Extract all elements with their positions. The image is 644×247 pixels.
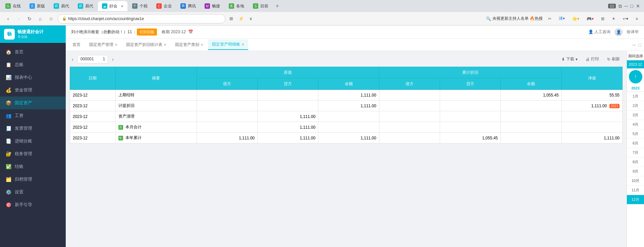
sidebar-item-sales[interactable]: 📑 进销台账: [0, 135, 66, 147]
tab-fixed-asset-mgmt[interactable]: 固定资产管理 ✕: [85, 40, 121, 50]
game-icon[interactable]: 🎮▾: [585, 16, 596, 22]
sun-icon[interactable]: ☀: [610, 16, 618, 22]
tab-geshui[interactable]: 个 个税: [128, 1, 152, 11]
tab-close-category[interactable]: ✕: [201, 43, 203, 47]
print-icon: 🖨: [586, 57, 590, 62]
close-window-btn[interactable]: ✕: [636, 3, 640, 9]
extensions-icon[interactable]: ⊞: [228, 15, 234, 22]
new-tab-button[interactable]: +: [273, 2, 281, 10]
tab-depreciation-stats[interactable]: 固定资产折旧统计表 ✕: [122, 40, 170, 50]
home-button[interactable]: ⌂: [36, 15, 44, 23]
tab-new[interactable]: 文 新版: [25, 1, 49, 11]
cell-orig-debit: [197, 90, 257, 101]
prev-account-button[interactable]: ‹: [70, 56, 75, 63]
sidebar-item-settings[interactable]: ⚙️ 设置: [0, 186, 66, 198]
period-item-selected[interactable]: 2023.12: [627, 60, 644, 69]
next-account-button[interactable]: ›: [110, 56, 116, 63]
ledger-icon: 📋: [5, 62, 11, 68]
monthly-total-icon: 月: [118, 125, 123, 130]
tab-asset-detail-ledger[interactable]: 固定资产明细账 ✕: [208, 40, 248, 50]
sidebar-item-fixed-assets[interactable]: 📦 固定资产: [0, 97, 66, 109]
switch-version-button[interactable]: 切到旧版: [137, 28, 157, 36]
tab-yidai2[interactable]: 易 易代: [74, 1, 97, 11]
print-button[interactable]: 🖨 打印: [583, 55, 602, 63]
period-item-nov[interactable]: 11月: [627, 186, 644, 195]
tab-enterprise[interactable]: C 企业: [152, 1, 176, 11]
cell-acc-balance: [501, 101, 561, 111]
tab-minimize-btn[interactable]: ─: [633, 42, 636, 48]
col-net-value: 净值: [561, 67, 622, 90]
tab-muqian[interactable]: S 目前: [249, 1, 272, 11]
period-item-may[interactable]: 5月: [627, 129, 644, 139]
undo-icon[interactable]: ↩▾: [621, 16, 630, 22]
scroll-up-button[interactable]: ↑: [629, 70, 642, 83]
download-button[interactable]: ⬇ 下载 ▾: [559, 55, 580, 63]
period-item-aug[interactable]: 8月: [627, 158, 644, 167]
action-buttons: ⬇ 下载 ▾ 🖨 打印 ↻ 刷新: [559, 55, 623, 63]
calendar-icon[interactable]: 📅: [188, 29, 193, 34]
back-button[interactable]: ‹: [4, 15, 12, 23]
tab-changjie[interactable]: M 畅捷: [201, 1, 224, 11]
user-avatar[interactable]: 👤: [614, 28, 623, 36]
tab-home[interactable]: 首页: [68, 40, 85, 50]
period-item-mar[interactable]: 3月: [627, 111, 644, 120]
sidebar-item-archive[interactable]: 🗂️ 归档管理: [0, 173, 66, 186]
assets-icon: 📦: [5, 100, 11, 106]
sidebar-item-home[interactable]: 🏠 首页: [0, 46, 66, 58]
translate-icon[interactable]: 译▾: [557, 15, 567, 22]
tab-yidai1[interactable]: 易 易代: [50, 1, 73, 11]
sidebar-item-tax[interactable]: 🔐 税务管理: [0, 147, 66, 160]
refresh-button[interactable]: ↻: [25, 15, 34, 23]
tab-haohui[interactable]: ☁ 好会 ✕: [98, 1, 127, 11]
sidebar-item-invoices[interactable]: 🧾 发票管理: [0, 122, 66, 135]
tab-tencent[interactable]: 腾 腾讯: [176, 1, 200, 11]
sidebar-item-closing[interactable]: ✅ 结账: [0, 160, 66, 173]
sidebar-item-general-ledger[interactable]: 📋 总账: [0, 58, 66, 71]
theme-icon[interactable]: 🌟▾: [570, 16, 581, 22]
minimize-window-btn[interactable]: ─: [625, 3, 628, 9]
restore-window-btn[interactable]: ⧉: [619, 3, 622, 9]
dropdown-icon[interactable]: ∨: [248, 15, 254, 22]
scissors-icon[interactable]: ✂: [546, 16, 553, 22]
grid-icon[interactable]: ⊞: [599, 16, 606, 22]
period-item-apr[interactable]: 4月: [627, 120, 644, 129]
address-input[interactable]: 🔒 https://cloud.chanjet.com/accounting/u…: [58, 14, 225, 23]
tab-window-controls: ─ □: [633, 42, 641, 48]
sidebar-item-reports[interactable]: 📊 报表中心: [0, 71, 66, 84]
tab-online[interactable]: G 在线: [1, 1, 25, 11]
tab-asset-category[interactable]: 固定资产类别 ✕: [171, 40, 207, 50]
period-item-jan[interactable]: 1月: [627, 92, 644, 101]
sidebar-item-payroll[interactable]: 👥 工资: [0, 109, 66, 122]
maximize-window-btn[interactable]: □: [631, 3, 633, 9]
period-item-jun[interactable]: 6月: [627, 139, 644, 148]
search-hotbar[interactable]: 🔍 央视更新主持人名单 🔥热搜: [486, 16, 543, 21]
sidebar-item-guide[interactable]: 🎯 新手引导: [0, 198, 66, 211]
cell-summary: 计提折旧: [115, 101, 197, 111]
tab-close-depreciation[interactable]: ✕: [164, 43, 166, 47]
menu-icon[interactable]: ≡: [634, 16, 640, 22]
tab-close-detail[interactable]: ✕: [241, 43, 244, 46]
refresh-ledger-button[interactable]: ↻ 刷新: [604, 55, 623, 63]
help-button[interactable]: 👤 人工咨询: [588, 29, 610, 35]
lightning-icon[interactable]: ⚡: [237, 15, 245, 22]
period-panel: 期间选择 2023.12 ↑ 2023 1月 2月 3月 4月 5月 6月 7月…: [627, 51, 644, 247]
tab-close-haohui[interactable]: ✕: [121, 4, 123, 8]
brand-sub: 专业版: [17, 35, 44, 39]
tab-close-asset-mgmt[interactable]: ✕: [115, 43, 117, 47]
period-item-jul[interactable]: 7月: [627, 148, 644, 158]
sidebar-item-funds[interactable]: 💰 资金管理: [0, 84, 66, 97]
payroll-icon: 👥: [5, 113, 11, 119]
ledger-toolbar: ‹ 000001 1 › ⬇ 下载 ▾: [70, 55, 623, 63]
forward-button[interactable]: ›: [15, 15, 23, 23]
bookmark-button[interactable]: ☆: [47, 15, 55, 23]
period-item-feb[interactable]: 2月: [627, 101, 644, 111]
tab-maximize-btn[interactable]: □: [639, 42, 641, 48]
period-item-dec[interactable]: 12月: [627, 195, 644, 204]
period-item-oct[interactable]: 10月: [627, 176, 644, 186]
tab-gedi[interactable]: 各 各地: [225, 1, 248, 11]
period-item-sep[interactable]: 9月: [627, 167, 644, 176]
cell-acc-credit: [440, 101, 500, 111]
cell-acc-credit: 1,055.45: [440, 133, 500, 143]
cell-summary: 上期结转: [115, 90, 197, 101]
cell-net-value: [561, 122, 622, 133]
